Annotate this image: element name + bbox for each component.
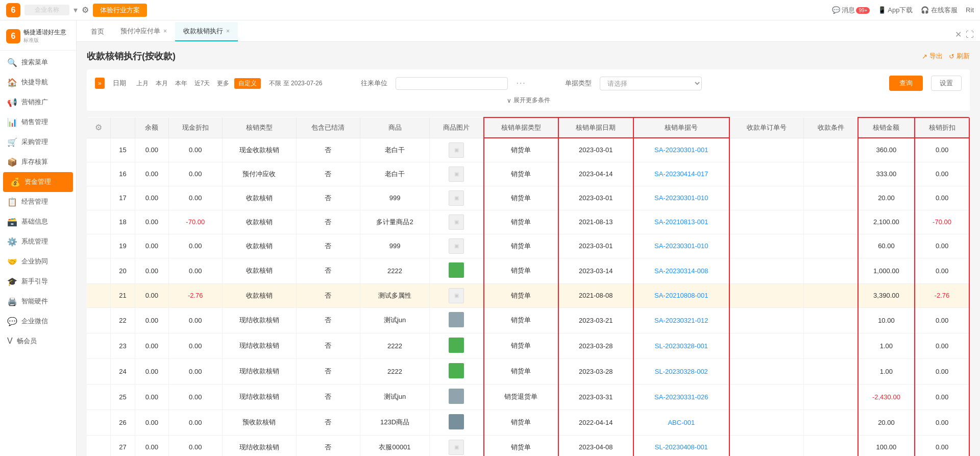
tab-prepay-close[interactable]: × <box>163 28 167 35</box>
query-btn[interactable]: 查询 <box>889 76 923 91</box>
date-option-more[interactable]: 更多 <box>215 78 231 89</box>
tab-expand-icon[interactable]: ⛶ <box>966 30 974 39</box>
top-bar-left: 6 企业名称 ▾ ⚙ 体验行业方案 <box>6 3 828 17</box>
col-writeoff-discount-header: 核销折扣 <box>915 117 969 138</box>
table-row: 27 0.00 0.00 现结收款核销 否 衣服00001 ▣ 销货单 2023… <box>87 435 969 456</box>
bill-no-link[interactable]: SA-20210813-001 <box>654 218 708 226</box>
export-icon: ↗ <box>922 53 927 60</box>
bill-no-link[interactable]: SL-20230328-002 <box>655 368 708 375</box>
table-row: 24 0.00 0.00 现结收款核销 否 2222 销货单 2023-03-2… <box>87 358 969 384</box>
row-writeoff-amount: 100.00 <box>858 435 915 456</box>
sidebar-item-marketing[interactable]: 📢 营销推广 <box>0 92 76 112</box>
bill-no-link[interactable]: SA-20230301-001 <box>654 146 708 154</box>
tab-home[interactable]: 首页 <box>83 22 112 41</box>
sidebar-item-wechat[interactable]: 💬 企业微信 <box>0 311 76 331</box>
row-include-settled: 否 <box>296 384 360 410</box>
sidebar-item-newbie[interactable]: 🎓 新手引导 <box>0 272 76 292</box>
bill-no-link[interactable]: ABC-001 <box>668 419 695 426</box>
col-settings-header[interactable]: ⚙ <box>87 117 111 138</box>
table-header-row: ⚙ 余额 现金折扣 核销类型 包含已结清 商品 商品图片 核销单据类型 核销 <box>87 117 969 138</box>
date-option-custom[interactable]: 自定义 <box>234 78 261 89</box>
row-receipt-condition <box>804 384 858 410</box>
bill-no-link[interactable]: SA-20230314-008 <box>654 267 708 275</box>
row-receipt-order-no <box>729 283 804 307</box>
table-row: 22 0.00 0.00 现结收款核销 否 测试jun 销货单 2023-03-… <box>87 307 969 333</box>
row-writeoff-type: 现结收款核销 <box>222 307 296 333</box>
bill-no-link[interactable]: SA-20230301-010 <box>654 242 708 250</box>
row-receipt-condition <box>804 283 858 307</box>
row-settings <box>87 210 111 234</box>
row-balance: 0.00 <box>135 333 169 358</box>
tab-close-all-icon[interactable]: ✕ <box>955 30 962 39</box>
sidebar-item-sales[interactable]: 📊 销售管理 <box>0 112 76 132</box>
row-cash-discount: 0.00 <box>168 186 222 210</box>
goods-image: ▣ <box>449 166 464 182</box>
newbie-icon: 🎓 <box>7 277 17 286</box>
bill-no-link[interactable]: SL-20230408-001 <box>655 443 708 451</box>
row-bill-date: 2021-08-08 <box>558 283 633 307</box>
row-balance: 0.00 <box>135 384 169 410</box>
goods-image: ▣ <box>449 190 464 206</box>
counterpart-input[interactable] <box>396 77 508 90</box>
row-receipt-condition <box>804 307 858 333</box>
refresh-btn[interactable]: ↺ 刷新 <box>949 52 970 61</box>
setting-btn[interactable]: 设置 <box>931 76 962 91</box>
app-download-btn[interactable]: 📱 App下载 <box>878 6 913 15</box>
col-balance-header: 余额 <box>135 117 169 138</box>
sidebar-item-purchase[interactable]: 🛒 采购管理 <box>0 132 76 152</box>
sidebar-item-finance[interactable]: 💰 资金管理 <box>3 172 73 192</box>
tab-writeoff[interactable]: 收款核销执行 × <box>175 22 238 41</box>
messages-btn[interactable]: 💬 消息99+ <box>832 6 870 15</box>
sidebar-item-search[interactable]: 🔍 搜索菜单 <box>0 53 76 73</box>
dropdown-icon[interactable]: ▾ <box>74 5 78 15</box>
sidebar-item-enterprise[interactable]: 🤝 企业协同 <box>0 252 76 272</box>
col-goods-header: 商品 <box>360 117 429 138</box>
tab-bar: 首页 预付冲应付单 × 收款核销执行 × ✕ ⛶ <box>77 20 980 42</box>
row-bill-no: SA-20230301-010 <box>633 234 729 258</box>
bill-no-link[interactable]: SL-20230328-001 <box>655 342 708 350</box>
filter-collapse-btn[interactable]: » <box>95 78 105 89</box>
sidebar-item-system[interactable]: ⚙️ 系统管理 <box>0 232 76 252</box>
bill-type-select[interactable]: 请选择 <box>600 77 702 90</box>
row-bill-date: 2021-08-13 <box>558 210 633 234</box>
row-include-settled: 否 <box>296 435 360 456</box>
tab-writeoff-close[interactable]: × <box>226 28 230 35</box>
row-writeoff-discount: 0.00 <box>915 410 969 435</box>
sidebar-item-inventory[interactable]: 📦 库存核算 <box>0 152 76 172</box>
filter-dots[interactable]: ··· <box>516 79 526 88</box>
row-bill-no: SL-20230408-001 <box>633 435 729 456</box>
finance-icon: 💰 <box>10 177 20 187</box>
trial-btn[interactable]: 体验行业方案 <box>93 4 147 17</box>
date-option-last-month[interactable]: 上月 <box>134 78 151 89</box>
sidebar-item-basic[interactable]: 🗃️ 基础信息 <box>0 212 76 232</box>
online-service-btn[interactable]: 🎧 在线客服 <box>921 6 958 15</box>
row-bill-no: SA-20210808-001 <box>633 283 729 307</box>
export-btn[interactable]: ↗ 导出 <box>922 52 943 61</box>
row-cash-discount: 0.00 <box>168 138 222 162</box>
col-settings-icon[interactable]: ⚙ <box>95 123 102 132</box>
date-option-this-year[interactable]: 本年 <box>173 78 189 89</box>
row-writeoff-discount: 0.00 <box>915 162 969 186</box>
col-include-settled-header: 包含已结清 <box>296 117 360 138</box>
row-bill-type: 销货单 <box>484 333 558 358</box>
user-name[interactable]: Rit <box>966 6 974 14</box>
sidebar-item-hardware[interactable]: 🖨️ 智能硬件 <box>0 292 76 311</box>
bill-no-link[interactable]: SA-20230414-017 <box>654 170 708 178</box>
bill-no-link[interactable]: SA-20230301-010 <box>654 194 708 202</box>
sidebar-item-business[interactable]: 📋 经营管理 <box>0 192 76 212</box>
tab-prepay[interactable]: 预付冲应付单 × <box>112 22 175 41</box>
date-option-this-month[interactable]: 本月 <box>154 78 170 89</box>
sidebar-item-member[interactable]: V 畅会员 <box>0 331 76 351</box>
date-option-7days[interactable]: 近7天 <box>192 78 212 89</box>
gear-icon[interactable]: ⚙ <box>82 5 89 15</box>
row-receipt-order-no <box>729 162 804 186</box>
row-writeoff-discount: 0.00 <box>915 384 969 410</box>
row-settings <box>87 358 111 384</box>
main-area: 首页 预付冲应付单 × 收款核销执行 × ✕ ⛶ 收款核销执行(按收款) <box>77 20 980 456</box>
expand-btn[interactable]: ∨ 展开更多条件 <box>507 96 550 105</box>
bill-no-link[interactable]: SA-20230321-012 <box>654 317 708 324</box>
date-range-display: 不限 至 2023-07-26 <box>269 79 322 88</box>
bill-no-link[interactable]: SA-20230331-026 <box>654 393 708 401</box>
sidebar-item-quick-nav[interactable]: 🏠 快捷导航 <box>0 73 76 92</box>
bill-no-link[interactable]: SA-20210808-001 <box>654 292 708 299</box>
